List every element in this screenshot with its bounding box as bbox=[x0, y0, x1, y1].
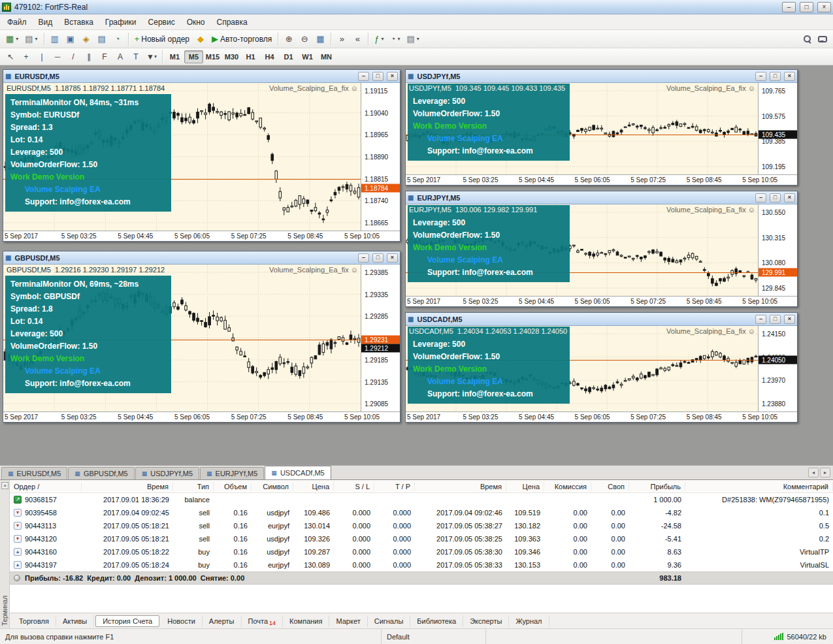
terminal-tab-почта[interactable]: Почта14 bbox=[242, 615, 284, 627]
price-axis[interactable]: 1.241501.240601.239701.238801.24050 bbox=[758, 326, 797, 411]
terminal-tab-новости[interactable]: Новости bbox=[161, 615, 203, 627]
column-header-1[interactable]: Время bbox=[82, 482, 173, 491]
menu-item-2[interactable]: Вставка bbox=[58, 16, 99, 29]
column-header-13[interactable]: Комментарий bbox=[685, 482, 833, 491]
terminal-tab-маркет[interactable]: Маркет bbox=[329, 615, 367, 627]
terminal-tab-эксперты[interactable]: Эксперты bbox=[463, 615, 509, 627]
tabs-scroll-left-button[interactable]: ◂ bbox=[808, 468, 819, 477]
time-axis[interactable]: 5 Sep 20175 Sep 03:255 Sep 04:455 Sep 06… bbox=[406, 296, 797, 306]
terminal-tab-торговля[interactable]: Торговля bbox=[12, 615, 56, 627]
chart-window-2[interactable]: ▦GBPUSDf,M5–□×GBPUSDf,M5 1.29216 1.29230… bbox=[3, 251, 400, 423]
horizontal-line-tool-button[interactable]: ─ bbox=[50, 50, 65, 63]
time-axis[interactable]: 5 Sep 20175 Sep 03:255 Sep 04:455 Sep 06… bbox=[3, 231, 400, 241]
menu-item-3[interactable]: Графики bbox=[99, 16, 142, 29]
timeframe-h4-button[interactable]: H4 bbox=[260, 50, 279, 63]
chart-tab-usdjpyf-m5[interactable]: ▦USDJPYf,M5 bbox=[135, 467, 199, 479]
timeframe-w1-button[interactable]: W1 bbox=[298, 50, 317, 63]
chat-button[interactable] bbox=[815, 33, 830, 46]
terminal-tab-библиотека[interactable]: Библиотека bbox=[410, 615, 463, 627]
strategy-tester-button[interactable]: ◔ bbox=[110, 32, 125, 46]
search-button[interactable] bbox=[799, 33, 815, 46]
column-header-6[interactable]: S / L bbox=[334, 482, 374, 491]
column-header-0[interactable]: Ордер / bbox=[10, 482, 82, 491]
tabs-scroll-right-button[interactable]: ▸ bbox=[820, 468, 830, 477]
minimize-button[interactable]: – bbox=[782, 2, 796, 12]
column-header-5[interactable]: Цена bbox=[293, 482, 334, 491]
chart-window-3[interactable]: ▦USDJPYf,M5–□×USDJPYf,M5 109.345 109.445… bbox=[405, 69, 798, 185]
table-row[interactable]: ↗903681572017.09.01 18:36:29balance1 000… bbox=[10, 493, 833, 506]
market-watch-button[interactable]: ▥ bbox=[47, 32, 63, 46]
zoom-in-button[interactable]: ⊕ bbox=[281, 32, 297, 46]
chart-minimize-button[interactable]: – bbox=[755, 193, 766, 202]
terminal-tab-алерты[interactable]: Алерты bbox=[203, 615, 242, 627]
chart-close-button[interactable]: × bbox=[784, 315, 795, 324]
timeframe-m15-button[interactable]: M15 bbox=[203, 50, 222, 63]
chart-minimize-button[interactable]: – bbox=[358, 253, 369, 263]
menu-item-4[interactable]: Сервис bbox=[142, 16, 181, 29]
column-header-3[interactable]: Объем bbox=[214, 482, 252, 491]
table-row[interactable]: ▾904431202017.09.05 05:18:21sell0.16usdj… bbox=[10, 532, 833, 545]
chart-close-button[interactable]: × bbox=[784, 72, 795, 81]
chart-window-4[interactable]: ▦EURJPYf,M5–□×EURJPYf,M5 130.006 129.982… bbox=[405, 191, 798, 307]
text-label-tool-button[interactable]: T bbox=[128, 50, 144, 63]
column-header-2[interactable]: Тип bbox=[173, 482, 214, 491]
chart-window-5[interactable]: ▦USDCADf,M5–□×USDCADf,M5 1.24034 1.24053… bbox=[405, 312, 798, 423]
chart-close-button[interactable]: × bbox=[784, 193, 795, 202]
column-header-10[interactable]: Комиссия bbox=[544, 482, 591, 491]
chart-restore-button[interactable]: □ bbox=[770, 193, 781, 202]
time-axis[interactable]: 5 Sep 20175 Sep 03:255 Sep 04:455 Sep 06… bbox=[406, 174, 797, 185]
timeframe-m5-button[interactable]: M5 bbox=[184, 50, 203, 63]
indicators-button[interactable]: ƒ▾ bbox=[371, 32, 387, 46]
price-axis[interactable]: 130.550130.315130.080129.845129.991 bbox=[758, 204, 797, 296]
terminal-close-button[interactable]: × bbox=[1, 482, 8, 489]
column-header-11[interactable]: Своп bbox=[591, 482, 629, 491]
table-row[interactable]: ▾903954582017.09.04 09:02:45sell0.16usdj… bbox=[10, 506, 833, 519]
profiles-button[interactable]: ▤▾ bbox=[22, 32, 41, 46]
zoom-out-button[interactable]: ⊖ bbox=[297, 32, 312, 46]
chart-restore-button[interactable]: □ bbox=[372, 253, 384, 263]
chart-window-1[interactable]: ▦EURUSDf,M5–□×EURUSDf,M5 1.18785 1.18792… bbox=[3, 69, 400, 242]
column-header-9[interactable]: Цена bbox=[506, 482, 544, 491]
close-button[interactable]: × bbox=[817, 2, 831, 12]
auto-scroll-button[interactable]: » bbox=[334, 32, 350, 46]
chart-plot-area[interactable]: EURUSDf,M5 1.18785 1.18792 1.18771 1.187… bbox=[3, 83, 361, 231]
price-axis[interactable]: 1.191151.190401.189651.188901.188151.187… bbox=[361, 83, 400, 231]
auto-trading-button[interactable]: ▶Авто-торговля bbox=[208, 32, 275, 46]
chart-tab-eurusdf-m5[interactable]: ▦EURUSDf,M5 bbox=[1, 467, 67, 479]
navigator-button[interactable]: ◈ bbox=[78, 32, 94, 46]
column-header-7[interactable]: T / P bbox=[374, 482, 415, 491]
chart-shift-button[interactable]: « bbox=[350, 32, 365, 46]
terminal-panel-button[interactable]: ▤ bbox=[94, 32, 110, 46]
window-titlebar[interactable]: 479102: FortFS-Real – □ × bbox=[0, 0, 833, 14]
cursor-tool-button[interactable]: ↖ bbox=[3, 50, 18, 63]
table-row[interactable]: ▴904431972017.09.05 05:18:24buy0.16eurjp… bbox=[10, 558, 833, 572]
table-row[interactable]: ▾904431132017.09.05 05:18:21sell0.16eurj… bbox=[10, 519, 833, 532]
price-axis[interactable]: 109.765109.575109.385109.195109.435 bbox=[758, 83, 797, 174]
maximize-button[interactable]: □ bbox=[800, 2, 813, 12]
table-row[interactable]: ▴904431602017.09.05 05:18:22buy0.16usdjp… bbox=[10, 545, 833, 558]
chart-plot-area[interactable]: GBPUSDf,M5 1.29216 1.29230 1.29197 1.292… bbox=[3, 265, 361, 411]
chart-tab-eurjpyf-m5[interactable]: ▦EURJPYf,M5 bbox=[200, 467, 264, 479]
vertical-line-tool-button[interactable]: | bbox=[34, 50, 50, 63]
arrows-tool-button[interactable]: ▼▾ bbox=[144, 50, 159, 63]
terminal-tab-сигналы[interactable]: Сигналы bbox=[368, 615, 411, 627]
chart-window-titlebar[interactable]: ▦EURJPYf,M5–□× bbox=[406, 191, 797, 204]
chart-plot-area[interactable]: USDJPYf,M5 109.345 109.445 109.433 109.4… bbox=[406, 83, 758, 174]
column-header-4[interactable]: Символ bbox=[252, 482, 293, 491]
new-order-button[interactable]: +Новый ордер bbox=[131, 32, 193, 46]
chart-restore-button[interactable]: □ bbox=[770, 315, 781, 324]
timeframe-mn-button[interactable]: MN bbox=[317, 50, 336, 63]
terminal-tab-активы[interactable]: Активы bbox=[56, 615, 94, 627]
chart-tab-usdcadf-m5[interactable]: ▦USDCADf,M5 bbox=[265, 466, 331, 479]
chart-close-button[interactable]: × bbox=[387, 72, 398, 81]
chart-minimize-button[interactable]: – bbox=[755, 72, 766, 81]
data-window-button[interactable]: ▣ bbox=[63, 32, 78, 46]
time-axis[interactable]: 5 Sep 20175 Sep 03:255 Sep 04:455 Sep 06… bbox=[3, 411, 400, 422]
terminal-tab-история-счета[interactable]: История Счета bbox=[95, 615, 159, 627]
chart-tab-gbpusdf-m5[interactable]: ▦GBPUSDf,M5 bbox=[68, 467, 134, 479]
timeframe-d1-button[interactable]: D1 bbox=[279, 50, 298, 63]
new-chart-button[interactable]: ▦▾ bbox=[3, 32, 22, 46]
terminal-tab-компания[interactable]: Компания bbox=[283, 615, 329, 627]
fibonacci-tool-button[interactable]: F bbox=[97, 50, 112, 63]
chart-window-titlebar[interactable]: ▦USDCADf,M5–□× bbox=[406, 313, 797, 326]
